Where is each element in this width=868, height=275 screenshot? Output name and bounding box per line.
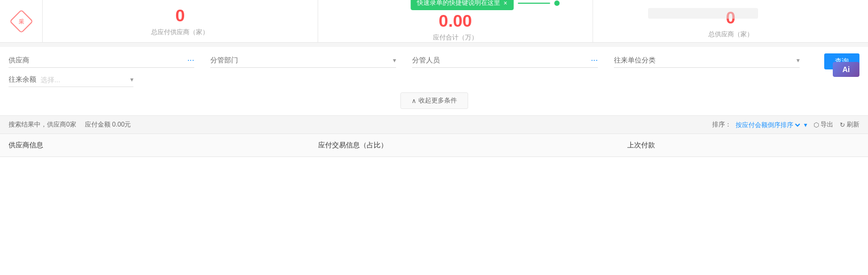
table-body — [0, 157, 868, 275]
col-supplier-info: 供应商信息 — [9, 140, 318, 150]
balance-label: 往来余额 — [9, 75, 36, 84]
supplier-label: 供应商 — [9, 56, 29, 65]
collapse-icon: ∧ — [412, 97, 416, 105]
balance-chevron-icon[interactable]: ▾ — [130, 76, 133, 83]
collapse-button[interactable]: ∧ 收起更多条件 — [400, 92, 468, 109]
table-area: 供应商信息 应付交易信息（占比） 上次付款 — [0, 134, 868, 275]
department-label: 分管部门 — [210, 56, 238, 65]
result-amount: 应付金额 0.00元 — [85, 120, 131, 129]
supplier-input[interactable] — [34, 56, 187, 64]
sort-chevron-icon: ▾ — [804, 121, 807, 129]
tooltip-text: 快速录单的快捷键说明在这里 — [417, 0, 500, 7]
result-info: 搜索结果中，供应商0家 应付金额 0.00元 — [9, 120, 131, 129]
stat-number-payable: 0 — [175, 5, 185, 26]
stat-total-suppliers: 0 总供应商（家） — [593, 0, 868, 42]
stat-number-total: 0.00 — [439, 11, 472, 31]
department-chevron-icon[interactable]: ▾ — [393, 57, 396, 64]
balance-input[interactable] — [41, 76, 130, 84]
tooltip-line — [518, 3, 550, 4]
person-input[interactable] — [444, 56, 591, 64]
result-actions: 排序： 按应付会额倒序排序 ▾ ⬡ 导出 ↻ 刷新 — [712, 120, 859, 129]
tooltip-close-btn[interactable]: × — [503, 0, 507, 7]
filter-unit: 往来单位分类 ▾ — [614, 56, 800, 68]
result-suppliers-count: 搜索结果中，供应商0家 — [9, 120, 76, 129]
col-payment-info: 上次付款 — [627, 140, 859, 150]
stat-label-suppliers: 总供应商（家） — [708, 30, 753, 39]
tooltip-container: 快速录单的快捷键说明在这里 × — [411, 0, 559, 10]
refresh-label: 刷新 — [847, 120, 859, 129]
sort-select[interactable]: 按应付会额倒序排序 — [733, 121, 802, 129]
filter-row-1: 供应商 ··· 分管部门 ▾ 分管人员 ··· 往来单位分类 ▾ 查询 — [9, 53, 859, 69]
col-transaction-label: 应付交易信息（占比） — [318, 141, 388, 149]
unit-label: 往来单位分类 — [614, 56, 656, 65]
sort-selector: 排序： 按应付会额倒序排序 ▾ — [712, 120, 807, 129]
tooltip-bubble: 快速录单的快捷键说明在这里 × — [411, 0, 514, 10]
unit-input[interactable] — [660, 56, 796, 64]
filter-balance: 往来余额 ▾ — [9, 75, 133, 87]
unit-chevron-icon[interactable]: ▾ — [796, 57, 800, 64]
ai-badge[interactable]: Ai — [833, 62, 859, 77]
logo-area: 采 — [0, 0, 43, 42]
filter-department: 分管部门 ▾ — [210, 56, 396, 68]
svg-text:采: 采 — [19, 19, 25, 25]
col-payment-label: 上次付款 — [627, 141, 655, 149]
ai-label: Ai — [842, 65, 850, 74]
table-header: 供应商信息 应付交易信息（占比） 上次付款 — [0, 134, 868, 157]
export-button[interactable]: ⬡ 导出 — [814, 120, 833, 129]
collapse-label: 收起更多条件 — [419, 96, 457, 105]
sort-label: 排序： — [712, 120, 731, 129]
blur-placeholder — [648, 8, 758, 19]
col-supplier-label: 供应商信息 — [9, 141, 43, 149]
stat-payable-total: 快速录单的快捷键说明在这里 × 0.00 应付合计（万） — [318, 0, 594, 42]
filter-person: 分管人员 ··· — [412, 56, 598, 68]
stats-bar: 采 0 总应付供应商（家） 快速录单的快捷键说明在这里 × 0.00 应付合计（… — [0, 0, 868, 43]
supplier-dots-icon[interactable]: ··· — [187, 56, 194, 65]
col-transaction-info: 应付交易信息（占比） — [318, 140, 628, 150]
person-dots-icon[interactable]: ··· — [591, 56, 598, 65]
stat-label-total: 应付合计（万） — [433, 33, 478, 42]
filter-supplier: 供应商 ··· — [9, 56, 194, 68]
export-label: 导出 — [820, 120, 833, 129]
filter-row-2: 往来余额 ▾ — [9, 75, 859, 87]
tooltip-dot — [554, 1, 559, 6]
refresh-button[interactable]: ↻ 刷新 — [840, 120, 859, 129]
stat-total-payable-suppliers: 0 总应付供应商（家） — [43, 0, 318, 42]
filter-area: 供应商 ··· 分管部门 ▾ 分管人员 ··· 往来单位分类 ▾ 查询 往来余额 — [0, 47, 868, 116]
department-input[interactable] — [242, 56, 393, 64]
export-icon: ⬡ — [814, 121, 819, 129]
result-bar: 搜索结果中，供应商0家 应付金额 0.00元 排序： 按应付会额倒序排序 ▾ ⬡… — [0, 116, 868, 134]
stat-label-payable: 总应付供应商（家） — [151, 28, 209, 37]
collapse-row: ∧ 收起更多条件 — [9, 92, 859, 109]
person-label: 分管人员 — [412, 56, 440, 65]
refresh-icon: ↻ — [840, 121, 845, 129]
